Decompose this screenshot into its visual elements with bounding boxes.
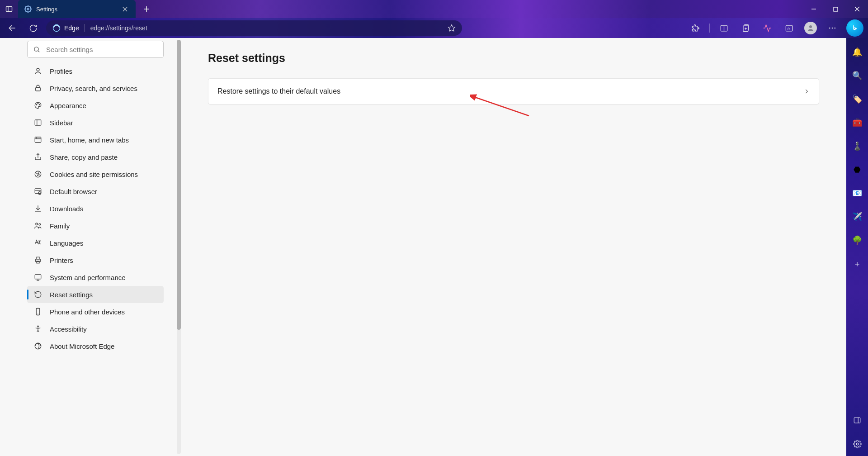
outlook-icon[interactable]: 📧 xyxy=(851,187,863,199)
privacy-icon xyxy=(33,84,42,93)
family-icon xyxy=(33,221,42,230)
svg-point-63 xyxy=(856,443,859,445)
search-input[interactable] xyxy=(46,46,158,53)
split-screen-icon[interactable] xyxy=(716,20,731,36)
new-tab-button[interactable] xyxy=(138,1,155,17)
gear-icon xyxy=(24,5,32,13)
search-sidebar-icon[interactable]: 🔍 xyxy=(851,70,863,81)
start-icon xyxy=(33,135,42,144)
sidebar-item-languages[interactable]: Languages xyxy=(27,234,164,252)
performance-icon[interactable] xyxy=(760,20,775,36)
collections-icon[interactable] xyxy=(738,20,753,36)
sidebar-item-default-browser[interactable]: Default browser xyxy=(27,183,164,200)
svg-point-31 xyxy=(39,104,40,105)
sidebar-item-label: Share, copy and paste xyxy=(50,153,118,161)
content-area: ProfilesPrivacy, search, and servicesApp… xyxy=(0,38,868,456)
sidebar-item-accessibility[interactable]: Accessibility xyxy=(27,320,164,337)
svg-point-39 xyxy=(37,173,38,174)
svg-point-38 xyxy=(35,171,41,177)
maximize-button[interactable] xyxy=(825,0,846,18)
reset-icon xyxy=(33,290,42,299)
svg-point-42 xyxy=(39,175,40,176)
refresh-button[interactable] xyxy=(25,20,41,36)
notifications-icon[interactable]: 🔔 xyxy=(851,46,863,58)
sidebar-icon xyxy=(33,118,42,127)
svg-point-49 xyxy=(39,223,41,225)
sidebar-item-label: System and performance xyxy=(50,274,126,281)
close-tab-icon[interactable] xyxy=(120,5,129,14)
eco-icon[interactable]: 🌳 xyxy=(851,234,863,246)
sidebar-item-privacy[interactable]: Privacy, search, and services xyxy=(27,80,164,97)
extensions-icon[interactable] xyxy=(688,20,703,36)
minimize-button[interactable] xyxy=(803,0,825,18)
tab-actions-icon[interactable] xyxy=(0,0,18,18)
address-bar[interactable]: Edge edge://settings/reset xyxy=(46,20,462,36)
hide-sidebar-icon[interactable] xyxy=(851,414,863,426)
close-window-button[interactable] xyxy=(846,0,868,18)
sidebar-item-label: Downloads xyxy=(50,205,83,213)
site-identity[interactable]: Edge xyxy=(52,24,79,32)
languages-icon xyxy=(33,238,42,247)
sidebar-item-system[interactable]: System and performance xyxy=(27,269,164,286)
svg-point-36 xyxy=(36,138,37,138)
sidebar-item-phone[interactable]: Phone and other devices xyxy=(27,303,164,320)
sidebar-item-label: Start, home, and new tabs xyxy=(50,136,129,144)
sidebar-item-label: Default browser xyxy=(50,188,97,195)
math-solver-icon[interactable]: √x xyxy=(781,20,797,36)
sidebar-item-share[interactable]: Share, copy and paste xyxy=(27,148,164,166)
microsoft365-icon[interactable]: ⬣ xyxy=(851,164,863,176)
share-icon xyxy=(33,152,42,162)
profile-avatar[interactable] xyxy=(803,20,818,36)
sidebar-item-family[interactable]: Family xyxy=(27,217,164,234)
svg-point-41 xyxy=(38,175,38,176)
site-identity-label: Edge xyxy=(64,24,79,32)
system-icon xyxy=(33,273,42,282)
svg-point-27 xyxy=(37,68,39,71)
sidebar-item-reset[interactable]: Reset settings xyxy=(27,286,164,303)
games-icon[interactable]: ♟️ xyxy=(851,140,863,152)
svg-rect-51 xyxy=(37,257,39,259)
svg-marker-13 xyxy=(448,25,455,31)
sidebar-item-cookies[interactable]: Cookies and site permissions xyxy=(27,166,164,183)
sidebar-item-label: Profiles xyxy=(50,67,72,75)
sidebar-settings-icon[interactable] xyxy=(851,438,863,450)
svg-rect-61 xyxy=(854,418,860,423)
window-titlebar: Settings xyxy=(0,0,868,18)
sidebar-item-sidebar[interactable]: Sidebar xyxy=(27,114,164,131)
svg-rect-0 xyxy=(6,7,12,12)
svg-text:√x: √x xyxy=(787,27,790,30)
favorite-star-icon[interactable] xyxy=(448,24,456,32)
settings-search-box[interactable] xyxy=(27,41,164,58)
shopping-tag-icon[interactable]: 🏷️ xyxy=(851,93,863,105)
accessibility-icon xyxy=(33,324,42,333)
sidebar-item-profiles[interactable]: Profiles xyxy=(27,62,164,80)
sidebar-item-about[interactable]: About Microsoft Edge xyxy=(27,337,164,355)
settings-main: Reset settings Restore settings to their… xyxy=(181,38,846,456)
sidebar-item-downloads[interactable]: Downloads xyxy=(27,200,164,217)
printers-icon xyxy=(33,256,42,265)
cookies-icon xyxy=(33,170,42,179)
tools-icon[interactable]: 🧰 xyxy=(851,117,863,128)
sidebar-item-printers[interactable]: Printers xyxy=(27,252,164,269)
browser-tab-settings[interactable]: Settings xyxy=(18,0,136,18)
more-menu-icon[interactable] xyxy=(825,20,840,36)
sidebar-item-label: Languages xyxy=(50,239,83,247)
svg-rect-52 xyxy=(37,261,39,263)
restore-defaults-card[interactable]: Restore settings to their default values xyxy=(208,78,819,104)
svg-point-29 xyxy=(36,104,37,105)
svg-point-23 xyxy=(832,28,833,29)
edge-right-sidebar: 🔔 🔍 🏷️ 🧰 ♟️ ⬣ 📧 ✈️ 🌳 ＋ xyxy=(846,38,868,456)
send-icon[interactable]: ✈️ xyxy=(851,211,863,223)
svg-point-40 xyxy=(38,173,39,174)
sidebar-item-start[interactable]: Start, home, and new tabs xyxy=(27,131,164,148)
svg-point-59 xyxy=(35,343,41,349)
browser-toolbar: Edge edge://settings/reset √x xyxy=(0,18,868,38)
tab-title: Settings xyxy=(36,6,116,13)
svg-point-58 xyxy=(38,326,39,327)
sidebar-item-appearance[interactable]: Appearance xyxy=(27,97,164,114)
add-sidebar-item-icon[interactable]: ＋ xyxy=(851,258,863,270)
bing-chat-button[interactable] xyxy=(846,19,863,37)
profiles-icon xyxy=(33,66,42,76)
back-button[interactable] xyxy=(5,20,20,36)
sidebar-scrollbar[interactable] xyxy=(177,40,181,454)
